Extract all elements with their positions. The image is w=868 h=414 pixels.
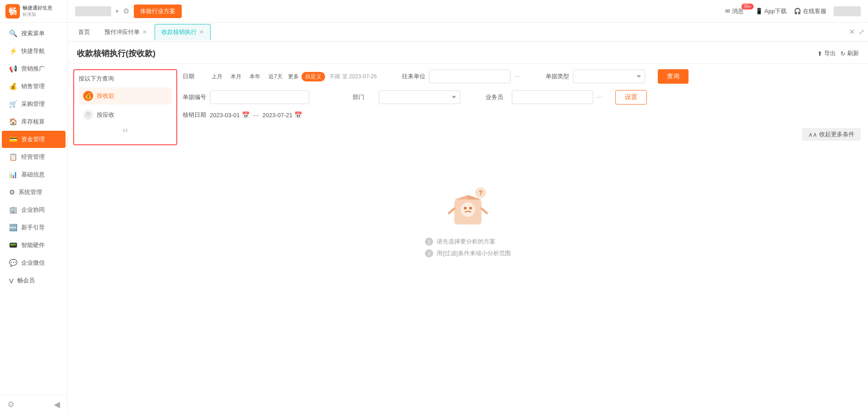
date-7days-btn[interactable]: 近7天 bbox=[266, 72, 285, 81]
receivable-option-icon: ⏱ bbox=[83, 110, 93, 120]
headset-icon: 🎧 bbox=[794, 8, 801, 14]
date-this-year-btn[interactable]: 本年 bbox=[247, 72, 263, 81]
filter-dept-field: 部门 bbox=[353, 90, 460, 104]
date-custom-tag[interactable]: 自定义 bbox=[302, 72, 325, 81]
sidebar-item-basic-info[interactable]: 📊基础信息 bbox=[2, 166, 66, 183]
logo-title: 畅捷通好生意 bbox=[23, 5, 52, 11]
sidebar-item-wechat[interactable]: 💬企业微信 bbox=[2, 254, 66, 271]
sidebar-label-wechat: 企业微信 bbox=[21, 259, 45, 267]
export-icon: ⬆ bbox=[817, 50, 822, 57]
logo-icon: 畅 bbox=[5, 4, 20, 19]
finance-icon: 💳 bbox=[9, 135, 18, 143]
filter-right-panel: 日期 上月 本月 本年 近7天 更多 自定义 不限 bbox=[183, 69, 868, 145]
user-name-placeholder bbox=[75, 6, 111, 16]
tab-prepay[interactable]: 预付冲应付单 ✕ bbox=[98, 24, 154, 40]
query-btn[interactable]: 查询 bbox=[658, 69, 689, 84]
filter-option-receivable[interactable]: ⏱ 按应收 bbox=[79, 106, 172, 124]
sidebar-item-finance[interactable]: 💳资金管理 bbox=[2, 131, 66, 148]
sidebar-item-quick-nav[interactable]: ⚡快捷导航 bbox=[2, 43, 66, 60]
sidebar-item-member[interactable]: V畅会员 bbox=[2, 272, 66, 289]
sidebar-label-basic-info: 基础信息 bbox=[21, 171, 45, 179]
filter-docno-field: 单据编号 bbox=[183, 90, 309, 104]
settings-icon[interactable]: ⚙ bbox=[7, 400, 14, 409]
settings-gear-icon[interactable]: ⚙ bbox=[123, 7, 129, 15]
filter-left-panel: 按以下方查询 💰 按收款 ⏱ 按应收 ‹‹ bbox=[73, 69, 177, 145]
filter-row-1: 日期 上月 本月 本年 近7天 更多 自定义 不限 bbox=[183, 69, 861, 84]
export-btn[interactable]: ⬆ 导出 bbox=[817, 49, 836, 57]
sidebar-item-purchase[interactable]: 🛒采购管理 bbox=[2, 95, 66, 113]
sidebar-label-guide: 新手引导 bbox=[21, 224, 45, 232]
doc-type-select[interactable] bbox=[573, 70, 645, 83]
sidebar-item-sales[interactable]: 💰销售管理 bbox=[2, 78, 66, 95]
date-last-month-btn[interactable]: 上月 bbox=[209, 72, 225, 81]
logo-subtitle: 标准版 bbox=[23, 11, 52, 18]
message-btn[interactable]: ✉ 消息 99+ bbox=[725, 7, 748, 15]
operation-icon: 📋 bbox=[9, 153, 18, 161]
tab-close-window-icon[interactable]: ✕ bbox=[849, 28, 855, 36]
tab-maximize-icon[interactable]: ⤢ bbox=[859, 28, 864, 36]
hint-num-1: 1 bbox=[425, 238, 433, 246]
filter-collapse-btn[interactable]: ‹‹ bbox=[79, 125, 172, 135]
user-dropdown-icon[interactable]: ▾ bbox=[116, 8, 118, 14]
dept-select[interactable] bbox=[379, 90, 460, 104]
collapse-sidebar-icon[interactable]: ◀ bbox=[54, 400, 60, 409]
receipt-option-icon: 💰 bbox=[83, 91, 93, 101]
tab-prepay-close[interactable]: ✕ bbox=[142, 29, 147, 35]
sidebar-item-operation[interactable]: 📋经营管理 bbox=[2, 148, 66, 166]
sidebar-item-smart-hw[interactable]: 📟智能硬件 bbox=[2, 237, 66, 254]
date-this-month-btn[interactable]: 本月 bbox=[228, 72, 244, 81]
date-no-limit: 不限 bbox=[330, 73, 340, 81]
topbar-right: ✉ 消息 99+ 📱 App下载 🎧 在线客服 bbox=[725, 6, 861, 16]
sidebar-item-guide[interactable]: 🆕新手引导 bbox=[2, 219, 66, 236]
date-more-btn[interactable]: 更多 bbox=[288, 73, 299, 81]
industry-btn[interactable]: 体验行业方案 bbox=[134, 5, 182, 18]
verify-date-end-calendar-icon[interactable]: 📅 bbox=[294, 111, 302, 119]
empty-illustration: ? bbox=[441, 181, 495, 231]
basic-info-icon: 📊 bbox=[9, 171, 18, 179]
collapse-more-btn[interactable]: ∧∧ 收起更多条件 bbox=[802, 128, 861, 141]
sidebar-label-enterprise: 企业协同 bbox=[21, 206, 45, 214]
doc-type-label: 单据类型 bbox=[546, 72, 569, 81]
sidebar-label-quick-nav: 快捷导航 bbox=[21, 47, 45, 55]
verify-date-start-group: 2023-03-01 📅 bbox=[210, 111, 250, 119]
date-quick-group: 上月 本月 本年 近7天 更多 自定义 bbox=[209, 72, 325, 81]
app-download-label: App下载 bbox=[764, 7, 787, 15]
empty-hint-2: 2 用[过滤]条件来缩小分析范围 bbox=[425, 249, 510, 257]
page-content: 收款核销执行(按收款) ⬆ 导出 ↻ 刷新 按以下方查询 bbox=[68, 42, 868, 414]
verify-date-start-text: 2023-03-01 bbox=[210, 112, 240, 119]
sidebar-label-member: 畅会员 bbox=[17, 276, 35, 285]
refresh-btn[interactable]: ↻ 刷新 bbox=[840, 49, 859, 57]
online-service-label: 在线客服 bbox=[803, 7, 826, 15]
tab-collection[interactable]: 收款核销执行 ✕ bbox=[155, 24, 211, 40]
filter-row-3: 核销日期 2023-03-01 📅 — 2023-07-21 📅 bbox=[183, 111, 861, 119]
sidebar-item-enterprise[interactable]: 🏢企业协同 bbox=[2, 201, 66, 219]
tab-collection-label: 收款核销执行 bbox=[161, 28, 197, 36]
collapse-up-icon: ∧∧ bbox=[808, 131, 817, 138]
app-download-btn[interactable]: 📱 App下载 bbox=[755, 7, 787, 15]
date-label: 日期 bbox=[183, 72, 205, 81]
settings-btn[interactable]: 设置 bbox=[615, 90, 647, 105]
staff-input[interactable] bbox=[512, 90, 593, 104]
counterparty-ellipsis-icon[interactable]: ··· bbox=[514, 72, 520, 81]
message-badge: 99+ bbox=[741, 4, 754, 10]
sidebar-label-finance: 资金管理 bbox=[21, 135, 45, 143]
filter-actions-row: ∧∧ 收起更多条件 bbox=[183, 125, 861, 145]
staff-ellipsis-icon[interactable]: ··· bbox=[597, 93, 603, 101]
sidebar-label-smart-hw: 智能硬件 bbox=[21, 241, 45, 249]
filter-option-receipt[interactable]: 💰 按收款 bbox=[79, 87, 172, 105]
query-btn-col: 查询 bbox=[658, 69, 689, 84]
sidebar-item-system[interactable]: ⚙系统管理 bbox=[2, 184, 66, 201]
tab-home[interactable]: 首页 bbox=[71, 24, 97, 40]
verify-date-start-calendar-icon[interactable]: 📅 bbox=[242, 111, 250, 119]
docno-input[interactable] bbox=[210, 90, 309, 104]
sidebar-item-search[interactable]: 🔍搜索菜单 bbox=[2, 25, 66, 42]
online-service-btn[interactable]: 🎧 在线客服 bbox=[794, 7, 826, 15]
svg-point-3 bbox=[461, 202, 475, 217]
tab-collection-close[interactable]: ✕ bbox=[199, 29, 204, 35]
sidebar-item-marketing[interactable]: 📢营销推广 bbox=[2, 60, 66, 77]
sidebar-footer: ⚙ ◀ bbox=[0, 395, 67, 414]
counterparty-input[interactable] bbox=[429, 70, 510, 83]
phone-icon: 📱 bbox=[755, 8, 763, 14]
sidebar-item-inventory[interactable]: 🏠库存核算 bbox=[2, 113, 66, 130]
refresh-icon: ↻ bbox=[840, 50, 845, 57]
